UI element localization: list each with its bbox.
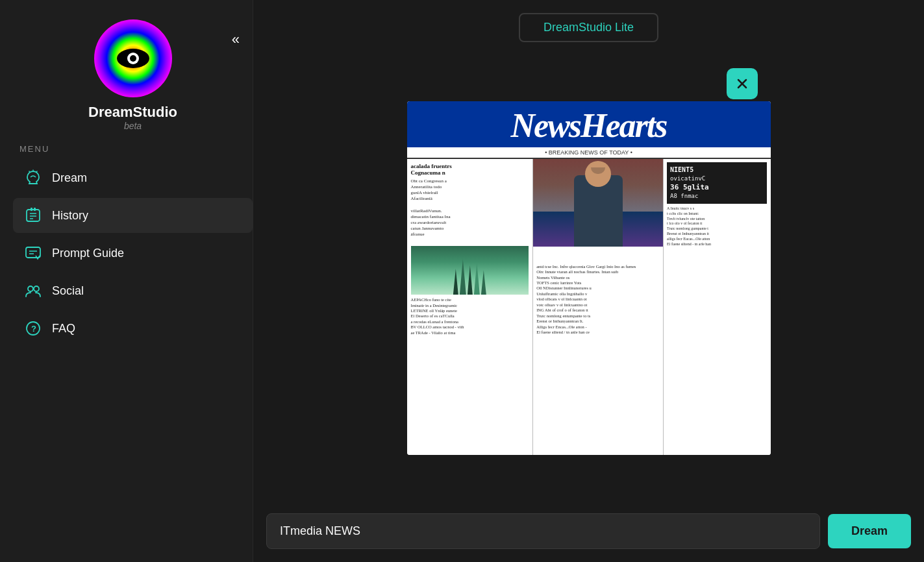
prompt-guide-label: Prompt Guide: [52, 247, 124, 260]
svg-text:?: ?: [31, 324, 36, 334]
faq-icon: ?: [23, 319, 43, 338]
newspaper-title: NewsHearts: [407, 106, 771, 145]
image-container: NewsHearts • BREAKING NEWS OF TODAY • ac…: [407, 55, 771, 500]
brand-name: DreamStudio: [88, 104, 177, 121]
newspaper-subheader: • BREAKING NEWS OF TODAY •: [407, 147, 771, 159]
app-title-button[interactable]: DreamStudio Lite: [519, 13, 658, 42]
newspaper-col-1: acalada fruentrsCognacuma n Obt ca Congr…: [407, 159, 534, 455]
history-icon: [23, 206, 43, 225]
svg-line-2: [29, 171, 31, 173]
bottom-bar: Dream: [266, 513, 911, 549]
sidebar-item-dream[interactable]: Dream: [13, 160, 253, 195]
logo-eye: [117, 49, 149, 68]
history-label: History: [52, 209, 88, 223]
dream-icon: [23, 168, 43, 188]
svg-rect-9: [26, 247, 40, 258]
logo-container: DreamStudio beta: [13, 19, 253, 131]
sidebar-item-prompt-guide[interactable]: Prompt Guide: [13, 236, 253, 271]
svg-rect-3: [27, 210, 40, 221]
social-icon: [23, 281, 43, 300]
newspaper-col-2: Ecunia In porracbellal l chese. auc chit…: [533, 159, 664, 455]
collapse-button[interactable]: «: [232, 31, 240, 48]
faq-label: FAQ: [52, 322, 75, 336]
sidebar-item-faq[interactable]: ? FAQ: [13, 311, 253, 346]
newspaper-col-3: NIENT5 ovicatinvC 36 5glita A8 fnmac A I…: [664, 159, 770, 455]
generated-image: NewsHearts • BREAKING NEWS OF TODAY • ac…: [407, 101, 771, 455]
brand-beta: beta: [124, 121, 142, 131]
dream-button[interactable]: Dream: [828, 514, 911, 548]
sidebar-item-history[interactable]: History: [13, 198, 253, 233]
main-content: DreamStudio Lite NewsHearts • BREAKING N…: [253, 0, 924, 562]
svg-rect-7: [31, 208, 32, 211]
prompt-icon: [23, 243, 43, 263]
svg-point-12: [28, 286, 33, 291]
forest-image: [411, 246, 529, 295]
logo-image: [94, 19, 172, 97]
menu-label: MENU: [19, 144, 49, 154]
dream-label: Dream: [52, 171, 87, 185]
social-label: Social: [52, 284, 84, 298]
prompt-input[interactable]: [266, 513, 820, 549]
sidebar-item-social[interactable]: Social: [13, 273, 253, 308]
nav-menu: Dream History: [13, 160, 253, 346]
person-photo: [533, 159, 663, 247]
svg-point-13: [34, 286, 39, 291]
svg-line-1: [36, 171, 38, 173]
sidebar: DreamStudio beta « MENU Dream: [0, 0, 253, 562]
topbar: DreamStudio Lite: [266, 13, 911, 42]
svg-rect-8: [34, 208, 36, 211]
close-button[interactable]: [727, 68, 758, 99]
